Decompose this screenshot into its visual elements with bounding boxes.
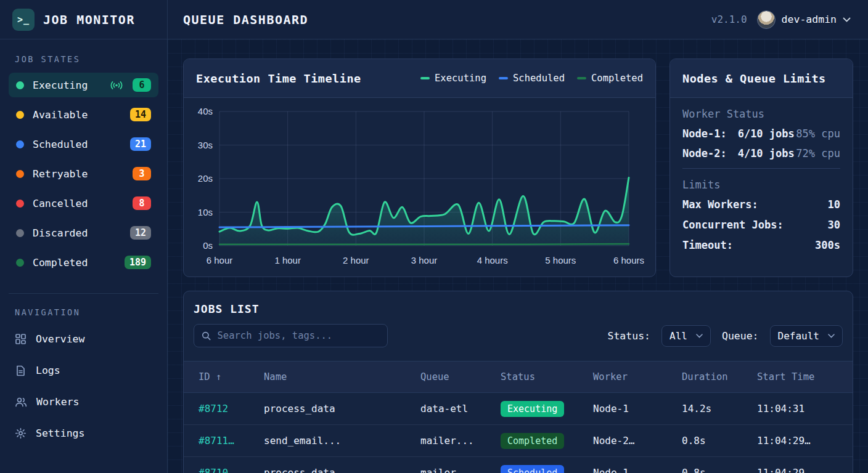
avatar[interactable] [757,10,776,29]
chart-legend: Executing Scheduled Completed [420,73,643,84]
job-duration: 0.8s [682,467,757,473]
limit-row: Timeout: 300s [682,239,840,251]
state-dot-icon [16,140,24,148]
jobs-list-card: JOBS LIST Status: All Queue: D [183,291,853,473]
nav-label: Logs [36,365,60,376]
column-header[interactable]: Worker [593,371,682,382]
sidebar-item-logs[interactable]: Logs [9,357,158,383]
column-header[interactable]: Start Time [757,371,853,382]
job-start-time: 11:04:31 [757,403,853,414]
jobs-list-title: JOBS LIST [194,302,843,315]
status-filter-select[interactable]: All [661,325,711,347]
search-icon [202,331,211,341]
node-name: Node-1: [682,127,727,140]
legend-completed-swatch [577,77,586,79]
column-header[interactable]: ID ↑ [199,371,264,382]
user-name: dev-admin [782,14,837,25]
sidebar-job-state-item[interactable]: Discarded 12 [9,220,158,245]
state-count-badge: 6 [133,78,151,92]
svg-text:10s: 10s [198,207,213,217]
state-label: Retryable [33,168,88,180]
app-logo-area: >_ JOB MONITOR [0,0,168,39]
dashboard-grid-icon [15,333,27,345]
divider [682,168,840,169]
execution-timeline-card: Execution Time Timeline Executing Schedu… [183,59,656,277]
state-label: Available [33,109,88,121]
legend-label: Scheduled [513,73,565,84]
state-count-badge: 21 [130,137,151,151]
legend-executing-swatch [420,77,430,79]
state-count-badge: 12 [130,226,151,240]
sidebar-item-overview[interactable]: Overview [9,326,158,352]
sidebar-job-state-item[interactable]: Executing 6 [9,73,158,97]
navigation-section: NAVIGATION Overview Logs Workers [9,293,158,451]
svg-text:20s: 20s [198,173,213,184]
sidebar: JOB STATES Executing 6 Available 14 Sche… [0,39,168,473]
job-duration: 0.8s [682,435,757,447]
nav-label: Settings [36,427,84,439]
limit-name: Timeout: [682,239,733,251]
svg-text:6 hours: 6 hours [613,255,644,265]
job-id-link[interactable]: #8711… [199,435,264,447]
column-header[interactable]: Queue [420,371,501,382]
job-id-link[interactable]: #8712 [199,403,264,414]
job-queue: mailer... [420,435,501,447]
limit-row: Max Workers: 10 [682,198,840,211]
sidebar-job-state-item[interactable]: Retryable 3 [9,161,158,186]
document-icon [15,365,27,376]
limit-row: Concurrent Jobs: 30 [682,219,840,231]
state-label: Discarded [33,227,88,239]
sidebar-item-workers[interactable]: Workers [9,389,158,414]
state-label: Completed [33,257,88,269]
column-header[interactable]: Status [501,371,593,382]
state-count-badge: 8 [133,196,151,210]
state-label: Scheduled [33,139,88,150]
job-name: send_email... [264,435,420,447]
worker-status-label: Worker Status [682,108,840,120]
sidebar-job-state-item[interactable]: Completed 189 [9,250,158,275]
job-duration: 14.2s [682,403,757,414]
chart-title: Execution Time Timeline [196,72,361,85]
table-row[interactable]: #8711… send_email... mailer... Completed… [184,425,853,457]
job-queue: mailer [420,467,501,473]
svg-text:30s: 30s [198,140,213,150]
node-cpu: 72% cpu [796,147,840,160]
search-input[interactable] [218,330,380,341]
limits-label: Limits [682,179,840,191]
legend-scheduled-swatch [499,77,508,79]
job-queue: data-etl [420,403,501,414]
queue-filter-label: Queue: [722,330,759,342]
column-header[interactable]: Name [264,371,420,382]
user-menu[interactable]: dev-admin [757,10,851,29]
table-row[interactable]: #8712 process_data data-etl Executing No… [184,393,853,425]
sidebar-item-settings[interactable]: Settings [9,420,158,446]
nav-label: Overview [36,333,84,345]
job-worker: Node-2… [593,435,682,447]
main-content: Execution Time Timeline Executing Schedu… [168,39,868,473]
gear-icon [15,427,27,439]
queue-filter-value: Default [778,330,819,342]
job-worker: Node-1 [593,403,682,414]
queue-filter-select[interactable]: Default [770,325,843,347]
worker-status-row: Node-2: 4/10 jobs 72% cpu [682,147,840,160]
node-name: Node-2: [682,147,727,160]
svg-text:6 hour: 6 hour [207,255,233,265]
state-dot-icon [16,111,24,119]
page-title: QUEUE DASHBOARD [183,12,308,27]
job-states-section-label: JOB STATES [9,54,158,64]
table-row[interactable]: #8710 process_data mailer Scheduled Node… [184,457,853,473]
column-header[interactable]: Duration [682,371,757,382]
live-broadcast-icon [109,81,124,90]
sidebar-job-state-item[interactable]: Available 14 [9,102,158,127]
sidebar-job-state-item[interactable]: Cancelled 8 [9,191,158,216]
limit-value: 300s [815,239,840,251]
version-label: v2.1.0 [711,14,747,25]
job-name: process_data [264,467,420,473]
state-dot-icon [16,170,24,178]
sidebar-job-state-item[interactable]: Scheduled 21 [9,132,158,156]
search-box[interactable] [194,324,388,347]
job-id-link[interactable]: #8710 [199,467,264,473]
legend-label: Completed [591,73,643,84]
nav-label: Workers [36,396,80,408]
status-filter-label: Status: [608,330,651,342]
